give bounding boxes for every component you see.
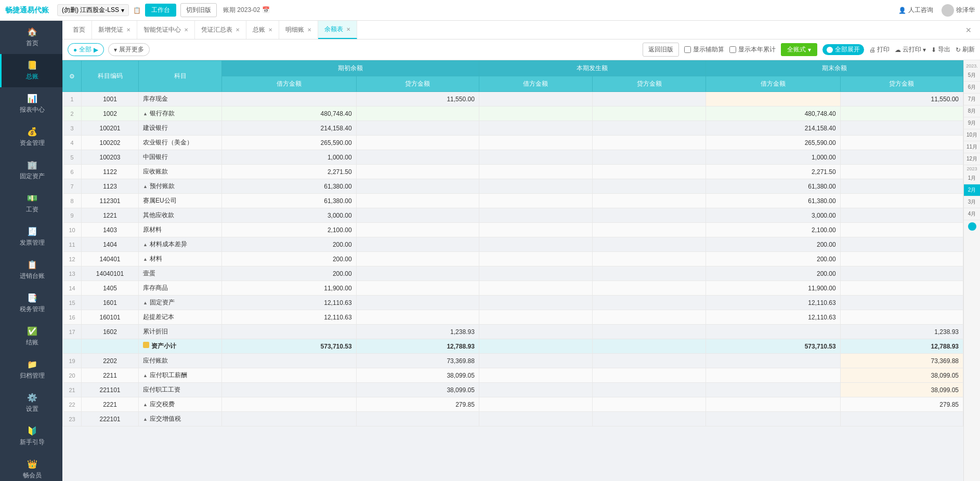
code-link[interactable]: 2211	[103, 372, 117, 379]
sidebar-item-tax[interactable]: 📑 税务管理	[0, 287, 62, 320]
code-link[interactable]: 221101	[99, 386, 120, 394]
table-row[interactable]: 71123▲ 预付账款61,380.0061,380.00	[63, 179, 963, 194]
show-aux-checkbox[interactable]: 显示辅助算	[684, 45, 724, 54]
sidebar-item-sales[interactable]: 📋 进销台账	[0, 253, 62, 287]
name-link[interactable]: 应收账款	[143, 168, 168, 175]
close-balance-sheet[interactable]: ✕	[346, 26, 350, 32]
month-1[interactable]: 1月	[964, 172, 980, 184]
code-link[interactable]: 112301	[99, 197, 120, 205]
sidebar-item-capital[interactable]: 💰 资金管理	[0, 121, 62, 154]
close-new-voucher[interactable]: ✕	[126, 27, 130, 33]
name-link[interactable]: 应付职工工资	[143, 386, 180, 393]
copy-icon[interactable]: 📋	[133, 7, 141, 14]
month-5[interactable]: 5月	[964, 70, 980, 82]
table-row[interactable]: 4100202农业银行（美金）265,590.00265,590.00	[63, 136, 963, 150]
name-link[interactable]: 库存商品	[143, 284, 168, 291]
name-link[interactable]: 起提差记本	[143, 313, 174, 320]
sidebar-item-close[interactable]: ✅ 结账	[0, 320, 62, 353]
close-voucher-summary[interactable]: ✕	[236, 27, 240, 33]
name-link[interactable]: 赛属EU公司	[143, 197, 177, 204]
sidebar-item-member[interactable]: 👑 畅会员	[0, 453, 62, 481]
print-button[interactable]: 🖨 打印	[869, 45, 890, 54]
col-settings-icon[interactable]: ⚙	[69, 73, 75, 80]
close-smart-voucher[interactable]: ✕	[184, 27, 188, 33]
sidebar-item-archive[interactable]: 📁 归档管理	[0, 353, 62, 386]
ytd-checkbox-input[interactable]	[729, 46, 736, 53]
month-3[interactable]: 3月	[964, 196, 980, 208]
show-ytd-checkbox[interactable]: 显示本年累计	[729, 45, 776, 54]
name-link[interactable]: 累计折旧	[143, 328, 168, 335]
company-selector[interactable]: (勿删) 江西股金-LSS ▾	[57, 4, 129, 16]
name-link[interactable]: 资产小计	[151, 342, 176, 350]
code-link[interactable]: 1404	[103, 241, 117, 248]
tab-new-voucher[interactable]: 新增凭证 ✕	[92, 21, 137, 39]
code-link[interactable]: 140401	[99, 256, 120, 263]
table-row[interactable]: 1314040101壹蛋200.00200.00	[63, 266, 963, 281]
table-row[interactable]: 23222101▲ 应交增值税	[63, 412, 963, 426]
month-7[interactable]: 7月	[964, 93, 980, 105]
export-button[interactable]: ⬇ 导出	[931, 45, 950, 54]
month-6[interactable]: 6月	[964, 82, 980, 93]
code-link[interactable]: 1601	[103, 299, 117, 306]
close-general-ledger[interactable]: ✕	[268, 27, 272, 33]
code-link[interactable]: 1123	[103, 183, 117, 190]
cloud-print-button[interactable]: ☁ 云打印 ▾	[895, 45, 926, 54]
table-row[interactable]: 101403原材料2,100.002,100.00	[63, 223, 963, 237]
name-link[interactable]: 应付账款	[143, 357, 168, 364]
table-row[interactable]: 192202应付账款73,369.8873,369.88	[63, 354, 963, 368]
month-10[interactable]: 10月	[964, 129, 980, 141]
month-2[interactable]: 2月	[964, 184, 980, 196]
table-row[interactable]: 91221其他应收款3,000.003,000.00	[63, 208, 963, 223]
name-link[interactable]: 应付职工薪酬	[150, 371, 187, 379]
name-link[interactable]: 壹蛋	[143, 270, 155, 277]
table-row[interactable]: 202211▲ 应付职工薪酬38,099.0538,099.05	[63, 368, 963, 383]
settings-col-header[interactable]: ⚙	[63, 61, 82, 92]
close-detail-ledger[interactable]: ✕	[307, 27, 311, 33]
name-link[interactable]: 库存现金	[143, 95, 168, 102]
code-link[interactable]: 1002	[103, 110, 117, 117]
workbench-button[interactable]: 工作台	[145, 4, 176, 17]
switch-version-button[interactable]: 切到旧版	[180, 3, 217, 17]
table-row[interactable]: 12140401▲ 材料200.00200.00	[63, 252, 963, 266]
user-avatar-area[interactable]: 徐泽华	[942, 4, 975, 17]
tab-balance-sheet[interactable]: 余额表 ✕	[318, 21, 357, 39]
table-row[interactable]: 61122应收账款2,271.502,271.50	[63, 165, 963, 179]
name-link[interactable]: 银行存款	[150, 110, 175, 117]
expand-more-button[interactable]: ▾ 展开更多	[108, 43, 150, 56]
name-link[interactable]: 固定资产	[150, 299, 175, 306]
table-row[interactable]: 16160101起提差记本12,110.6312,110.63	[63, 310, 963, 325]
month-4[interactable]: 4月	[964, 208, 980, 220]
code-link[interactable]: 1405	[103, 285, 117, 292]
date-panel-pin[interactable]	[968, 222, 976, 231]
sidebar-item-ledger[interactable]: 📒 总账	[0, 54, 62, 87]
code-link[interactable]: 1221	[103, 212, 117, 219]
table-row[interactable]: 21002▲ 银行存款480,748.40480,748.40	[63, 106, 963, 121]
sidebar-item-report[interactable]: 📊 报表中心	[0, 87, 62, 121]
name-link[interactable]: 应交增值税	[150, 415, 181, 422]
code-link[interactable]: 14040101	[96, 270, 124, 277]
code-link[interactable]: 160101	[99, 314, 120, 321]
table-row[interactable]: 5100203中国银行1,000.001,000.00	[63, 150, 963, 165]
table-row[interactable]: 资产小计573,710.5312,788.93573,710.5312,788.…	[63, 339, 963, 354]
table-row[interactable]: 141405库存商品11,900.0011,900.00	[63, 281, 963, 296]
sidebar-item-settings[interactable]: ⚙️ 设置	[0, 386, 62, 420]
name-link[interactable]: 建设银行	[143, 124, 168, 131]
name-link[interactable]: 应交税费	[150, 400, 175, 408]
code-link[interactable]: 1602	[103, 328, 117, 336]
code-link[interactable]: 1403	[103, 226, 117, 234]
name-link[interactable]: 中国银行	[143, 153, 168, 161]
code-link[interactable]: 1122	[103, 168, 117, 176]
table-container[interactable]: ⚙ 科目编码 科目 期初余额 本	[62, 60, 963, 481]
expand-all-toggle[interactable]: 全部展开	[822, 44, 864, 55]
code-link[interactable]: 2221	[103, 401, 117, 408]
month-12[interactable]: 12月	[964, 153, 980, 165]
tab-smart-voucher[interactable]: 智能凭证中心 ✕	[137, 21, 195, 39]
name-link[interactable]: 其他应收款	[143, 211, 174, 219]
close-all-tabs[interactable]: ✕	[961, 26, 976, 34]
table-row[interactable]: 8112301赛属EU公司61,380.0061,380.00	[63, 194, 963, 208]
return-old-version-button[interactable]: 返回旧版	[643, 43, 679, 57]
code-link[interactable]: 222101	[99, 416, 120, 423]
tab-general-ledger[interactable]: 总账 ✕	[246, 21, 279, 39]
table-row[interactable]: 111404▲ 材料成本差异200.00200.00	[63, 237, 963, 252]
table-row[interactable]: 21221101应付职工工资38,099.0538,099.05	[63, 383, 963, 397]
